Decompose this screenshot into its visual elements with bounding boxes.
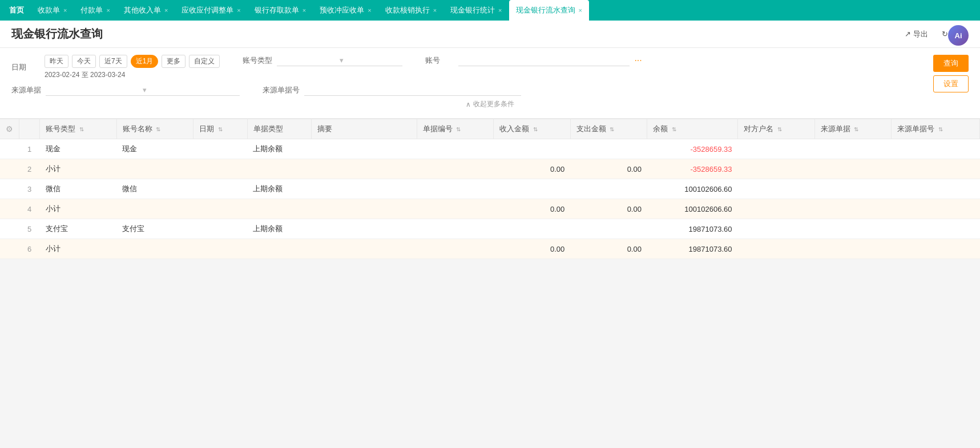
th-income[interactable]: 收入金额 ⇅ bbox=[494, 119, 571, 139]
row-expense bbox=[570, 219, 647, 239]
close-prepay-icon[interactable]: × bbox=[368, 0, 371, 21]
row-doc-type: 上期余额 bbox=[247, 219, 311, 239]
ai-assistant-button[interactable]: Ai bbox=[948, 25, 969, 46]
close-cash-flow-icon[interactable]: × bbox=[579, 0, 582, 21]
th-account-type[interactable]: 账号类型 ⇅ bbox=[40, 119, 117, 139]
row-source-doc bbox=[814, 219, 892, 239]
row-summary bbox=[312, 179, 417, 199]
nav-writeoff[interactable]: 收款核销执行 × bbox=[378, 0, 443, 21]
date-btn-7days[interactable]: 近7天 bbox=[99, 55, 127, 68]
nav-receipt[interactable]: 收款单 × bbox=[31, 0, 74, 21]
source-doc-no-input[interactable] bbox=[304, 84, 521, 96]
close-writeoff-icon[interactable]: × bbox=[433, 0, 437, 21]
table-row: 4 小计 0.00 0.00 100102606.60 bbox=[0, 199, 980, 219]
nav-home[interactable]: 首页 bbox=[2, 0, 31, 21]
row-source-doc bbox=[814, 159, 892, 179]
nav-other-income[interactable]: 其他收入单 × bbox=[117, 0, 175, 21]
account-type-select[interactable]: ▾ bbox=[277, 55, 402, 66]
nav-cash-flow[interactable]: 现金银行流水查询 × bbox=[509, 0, 589, 21]
date-btn-1month[interactable]: 近1月 bbox=[131, 55, 159, 68]
th-counterparty[interactable]: 对方户名 ⇅ bbox=[737, 119, 814, 139]
row-source-doc bbox=[814, 199, 892, 219]
source-doc-select[interactable]: ▾ bbox=[46, 84, 240, 96]
source-doc-chevron-icon: ▾ bbox=[143, 86, 237, 94]
close-ar-adjust-icon[interactable]: × bbox=[237, 0, 240, 21]
query-button[interactable]: 查询 bbox=[933, 55, 969, 72]
nav-ar-adjust[interactable]: 应收应付调整单 × bbox=[175, 0, 247, 21]
row-expense bbox=[570, 139, 647, 159]
th-doc-no[interactable]: 单据编号 ⇅ bbox=[417, 119, 494, 139]
nav-cash-stats[interactable]: 现金银行统计 × bbox=[443, 0, 509, 21]
row-account-type: 小计 bbox=[40, 199, 117, 219]
close-payment-icon[interactable]: × bbox=[106, 0, 110, 21]
sort-income-icon: ⇅ bbox=[533, 126, 538, 132]
date-options: 昨天 今天 近7天 近1月 更多 自定义 bbox=[45, 55, 220, 68]
row-account-name: 微信 bbox=[116, 179, 193, 199]
th-account-name[interactable]: 账号名称 ⇅ bbox=[116, 119, 193, 139]
row-doc-type bbox=[247, 199, 311, 219]
row-expense: 0.00 bbox=[570, 239, 647, 259]
th-date[interactable]: 日期 ⇅ bbox=[193, 119, 248, 139]
th-balance[interactable]: 余额 ⇅ bbox=[647, 119, 738, 139]
row-balance: 100102606.60 bbox=[647, 199, 738, 219]
sort-counterparty-icon: ⇅ bbox=[777, 126, 782, 132]
row-expense: 0.00 bbox=[570, 159, 647, 179]
row-settings-cell bbox=[0, 219, 19, 239]
row-source-doc-no bbox=[892, 159, 980, 179]
row-counterparty bbox=[737, 179, 814, 199]
account-type-filter-group: 账号类型 ▾ bbox=[243, 55, 402, 66]
row-summary bbox=[312, 239, 417, 259]
sort-expense-icon: ⇅ bbox=[610, 126, 614, 132]
row-source-doc-no bbox=[892, 199, 980, 219]
row-date bbox=[193, 219, 248, 239]
close-other-income-icon[interactable]: × bbox=[164, 0, 168, 21]
sort-balance-icon: ⇅ bbox=[672, 126, 676, 132]
row-account-name bbox=[116, 199, 193, 219]
row-summary bbox=[312, 219, 417, 239]
table-row: 3 微信 微信 上期余额 100102606.60 bbox=[0, 179, 980, 199]
th-source-doc[interactable]: 来源单据 ⇅ bbox=[814, 119, 892, 139]
account-type-chevron-icon: ▾ bbox=[340, 56, 400, 64]
row-counterparty bbox=[737, 219, 814, 239]
row-doc-no bbox=[417, 199, 494, 219]
export-button[interactable]: ↗ 导出 bbox=[901, 27, 931, 42]
account-input[interactable] bbox=[458, 55, 630, 66]
column-settings-icon[interactable]: ⚙ bbox=[6, 124, 13, 134]
close-bank-deposit-icon[interactable]: × bbox=[303, 0, 306, 21]
row-account-type: 小计 bbox=[40, 159, 117, 179]
nav-prepay[interactable]: 预收冲应收单 × bbox=[313, 0, 378, 21]
data-table-container: ⚙ 账号类型 ⇅ 账号名称 ⇅ 日期 ⇅ 单据类型 摘要 单据编号 ⇅ 收入金额… bbox=[0, 119, 980, 259]
date-btn-custom[interactable]: 自定义 bbox=[189, 55, 220, 68]
row-source-doc-no bbox=[892, 179, 980, 199]
source-filter-row: 来源单据 ▾ 来源单据号 bbox=[11, 84, 933, 96]
collapse-up-icon: ∧ bbox=[466, 100, 471, 108]
close-cash-stats-icon[interactable]: × bbox=[498, 0, 502, 21]
filter-action-buttons: 查询 设置 bbox=[933, 55, 969, 92]
date-btn-more[interactable]: 更多 bbox=[162, 55, 185, 68]
collapse-filter-button[interactable]: ∧ 收起更多条件 bbox=[11, 96, 969, 111]
account-ellipsis-icon[interactable]: ··· bbox=[634, 55, 642, 66]
close-receipt-icon[interactable]: × bbox=[63, 0, 67, 21]
row-number: 5 bbox=[19, 219, 40, 239]
row-doc-no bbox=[417, 159, 494, 179]
sort-account-name-icon: ⇅ bbox=[156, 126, 160, 132]
row-account-name: 现金 bbox=[116, 139, 193, 159]
th-expense[interactable]: 支出金额 ⇅ bbox=[570, 119, 647, 139]
nav-payment[interactable]: 付款单 × bbox=[74, 0, 116, 21]
th-source-doc-no[interactable]: 来源单据号 ⇅ bbox=[892, 119, 980, 139]
date-btn-yesterday[interactable]: 昨天 bbox=[45, 55, 68, 68]
sort-source-doc-no-icon: ⇅ bbox=[938, 126, 943, 132]
row-date bbox=[193, 239, 248, 259]
row-doc-no bbox=[417, 239, 494, 259]
row-doc-type bbox=[247, 239, 311, 259]
nav-bank-deposit[interactable]: 银行存取款单 × bbox=[248, 0, 313, 21]
date-label: 日期 bbox=[11, 62, 40, 72]
settings-button[interactable]: 设置 bbox=[933, 75, 969, 92]
row-summary bbox=[312, 199, 417, 219]
source-doc-no-label: 来源单据号 bbox=[263, 85, 300, 95]
date-btn-today[interactable]: 今天 bbox=[72, 55, 96, 68]
table-header: ⚙ 账号类型 ⇅ 账号名称 ⇅ 日期 ⇅ 单据类型 摘要 单据编号 ⇅ 收入金额… bbox=[0, 119, 980, 139]
row-counterparty bbox=[737, 159, 814, 179]
row-number: 2 bbox=[19, 159, 40, 179]
th-summary: 摘要 bbox=[312, 119, 417, 139]
